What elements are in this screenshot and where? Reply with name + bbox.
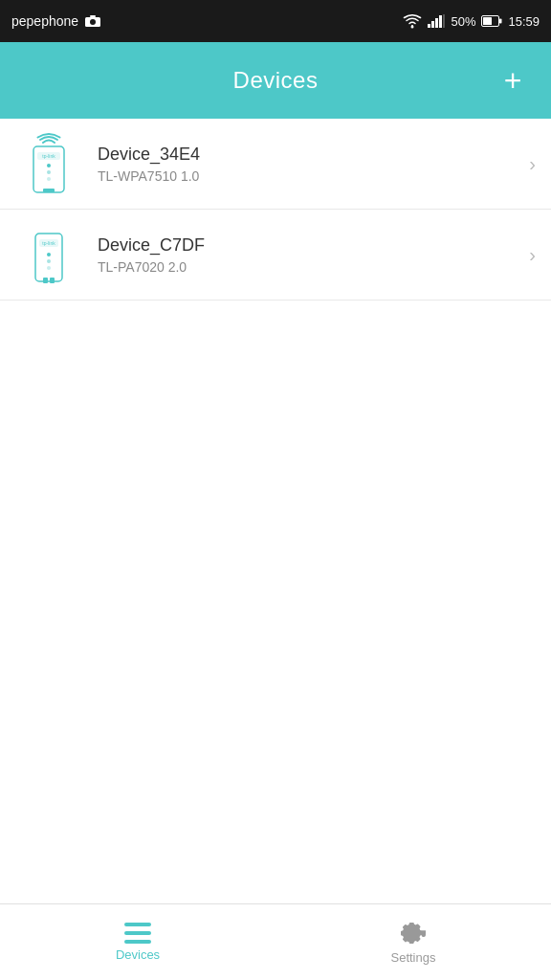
svg-point-15 [47, 164, 51, 167]
carrier-name: pepephone [11, 13, 78, 29]
device-name: Device_34E4 [98, 145, 521, 165]
signal-icon [428, 14, 445, 28]
svg-point-23 [47, 259, 51, 263]
header-title: Devices [57, 67, 494, 94]
device-list: tp-link Device_34E4 TL-WPA7510 1.0 › [0, 119, 551, 301]
svg-rect-2 [90, 15, 96, 17]
status-left: pepephone [11, 13, 101, 29]
svg-rect-28 [124, 931, 151, 935]
bottom-nav: Devices Settings [0, 903, 551, 980]
svg-rect-11 [499, 19, 502, 24]
svg-rect-26 [50, 278, 55, 283]
device-info: Device_C7DF TL-PA7020 2.0 [98, 235, 521, 275]
chevron-right-icon: › [529, 244, 536, 266]
svg-rect-4 [428, 24, 430, 28]
svg-point-17 [47, 177, 51, 181]
svg-point-16 [47, 170, 51, 174]
nav-label-settings: Settings [391, 950, 436, 965]
time: 15:59 [508, 14, 540, 29]
svg-rect-6 [435, 18, 438, 28]
svg-rect-10 [483, 17, 492, 25]
svg-point-22 [47, 253, 51, 256]
device-item[interactable]: tp-link Device_C7DF TL-PA7020 2.0 › [0, 210, 551, 301]
chevron-right-icon: › [529, 153, 536, 175]
nav-label-devices: Devices [116, 947, 160, 962]
svg-rect-29 [124, 940, 151, 944]
device-icon-wrap: tp-link [15, 130, 82, 197]
device-info: Device_34E4 TL-WPA7510 1.0 [98, 145, 521, 184]
svg-text:tp-link: tp-link [42, 240, 55, 246]
svg-rect-5 [431, 21, 434, 28]
device-image: tp-link [20, 220, 77, 289]
device-model: TL-WPA7510 1.0 [98, 168, 521, 184]
svg-point-24 [47, 266, 51, 270]
device-item[interactable]: tp-link Device_34E4 TL-WPA7510 1.0 › [0, 119, 551, 210]
status-right: 50% 15:59 [403, 14, 540, 29]
device-icon-wrap: tp-link [15, 221, 82, 288]
svg-rect-8 [443, 14, 445, 28]
app-header: Devices + [0, 42, 551, 119]
nav-item-settings[interactable]: Settings [276, 904, 551, 980]
gear-icon [400, 920, 427, 947]
device-model: TL-PA7020 2.0 [98, 259, 521, 275]
device-image: tp-link [20, 129, 77, 198]
svg-rect-18 [43, 189, 55, 192]
camera-icon [84, 14, 101, 28]
nav-item-devices[interactable]: Devices [0, 904, 276, 980]
svg-rect-7 [439, 15, 442, 28]
add-device-button[interactable]: + [494, 65, 532, 96]
svg-point-3 [411, 25, 414, 28]
svg-point-1 [90, 19, 96, 25]
hamburger-icon [124, 923, 151, 944]
battery-icon [481, 15, 502, 27]
battery-percentage: 50% [451, 14, 475, 29]
svg-rect-27 [124, 923, 151, 926]
svg-rect-25 [43, 278, 48, 283]
device-name: Device_C7DF [98, 235, 521, 256]
wifi-icon [403, 14, 422, 29]
svg-text:tp-link: tp-link [42, 153, 55, 159]
status-bar: pepephone 50% [0, 0, 551, 42]
